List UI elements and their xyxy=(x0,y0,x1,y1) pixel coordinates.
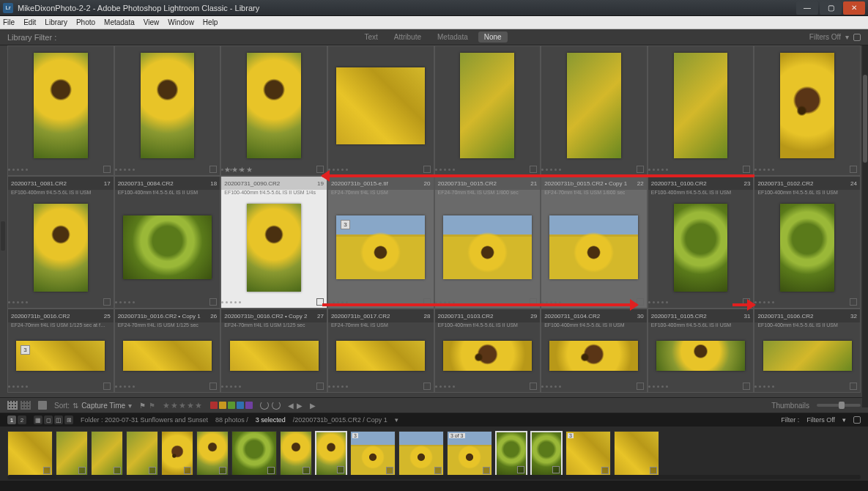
rating-stars[interactable]: ★★★★★ xyxy=(163,401,203,410)
cell-attributes[interactable] xyxy=(8,382,114,392)
grid-view[interactable]: ★★★★ 20200731_0081.CR217EF100-400mm f/4.… xyxy=(0,45,868,397)
menu-photo[interactable]: Photo xyxy=(76,18,95,26)
filmstrip-stack-badge[interactable]: 3 of 3 xyxy=(449,433,465,438)
filmstrip-thumbnail[interactable] xyxy=(56,431,88,476)
filmstrip-thumbnail[interactable] xyxy=(495,431,527,476)
grid-cell[interactable]: 20200731_0103.CR229EF100-400mm f/4.5-5.6… xyxy=(434,309,541,393)
grid-cell[interactable] xyxy=(541,45,648,176)
menu-view[interactable]: View xyxy=(144,18,160,26)
rotate-left-icon[interactable] xyxy=(260,401,269,410)
filmstrip-thumbnail[interactable] xyxy=(126,431,158,476)
loupe-mode-icon[interactable]: ◻ xyxy=(44,416,53,424)
grid-cell[interactable]: 20200731_0102.CR224EF100-400mm f/4.5-5.6… xyxy=(754,176,861,309)
menu-file[interactable]: File xyxy=(3,18,15,26)
display-2-button[interactable]: 2 xyxy=(18,416,26,424)
grid-cell[interactable]: 20200731b_0017.CR228EF24-70mm f/4L IS US… xyxy=(327,309,434,393)
stack-badge[interactable]: 3 xyxy=(341,220,349,229)
filmstrip-lock-icon[interactable] xyxy=(853,416,861,424)
thumbnail[interactable] xyxy=(336,341,425,371)
thumbnail[interactable] xyxy=(763,341,852,371)
display-1-button[interactable]: 1 xyxy=(7,416,16,424)
cell-attributes[interactable] xyxy=(435,382,541,392)
color-chip-0[interactable] xyxy=(210,402,218,409)
sort-dropdown[interactable]: Capture Time xyxy=(81,402,125,410)
rotate-right-icon[interactable] xyxy=(272,401,281,410)
grid-cell[interactable] xyxy=(327,45,434,176)
grid-cell[interactable]: 20200731_0084.CR218EF100-400mm f/4.5-5.6… xyxy=(114,176,221,309)
menu-library[interactable]: Library xyxy=(45,18,67,26)
grid-cell[interactable] xyxy=(7,45,114,176)
color-chip-4[interactable] xyxy=(245,402,253,409)
scrollbar-thumb[interactable] xyxy=(863,75,867,163)
thumbnail-size-slider[interactable] xyxy=(817,404,861,407)
cell-attributes[interactable] xyxy=(648,165,754,175)
grid-cell[interactable]: 20200731_0104.CR230EF100-400mm f/4.5-5.6… xyxy=(541,309,648,393)
flag-reject-icon[interactable]: ⚑ xyxy=(149,402,155,410)
cell-attributes[interactable] xyxy=(648,382,754,392)
grid-cell[interactable] xyxy=(434,45,541,176)
color-chip-1[interactable] xyxy=(219,402,226,409)
grid-cell[interactable]: 20200731_0106.CR232EF100-400mm f/4.5-5.6… xyxy=(754,309,861,393)
cell-attributes[interactable] xyxy=(115,382,220,392)
cell-attributes[interactable] xyxy=(221,382,327,392)
cell-attributes[interactable] xyxy=(541,382,647,392)
grid-cell[interactable]: ★★★★ xyxy=(220,45,327,176)
grid-cell[interactable]: 20200731b_0016.CR2 • Copy 126EF24-70mm f… xyxy=(114,309,221,393)
filmstrip-thumbnail[interactable] xyxy=(280,431,312,476)
color-chip-3[interactable] xyxy=(237,402,244,409)
thumbnail[interactable] xyxy=(247,204,301,292)
breadcrumb-dropdown-icon[interactable]: ▾ xyxy=(395,416,398,424)
thumbnail[interactable]: 3 xyxy=(16,341,105,371)
filters-off-label[interactable]: Filters Off xyxy=(809,33,841,41)
loupe-view-icon[interactable] xyxy=(21,401,31,410)
cell-attributes[interactable] xyxy=(221,298,327,308)
filter-tab-attribute[interactable]: Attribute xyxy=(388,32,427,43)
grid-cell[interactable] xyxy=(114,45,221,176)
cell-attributes[interactable] xyxy=(754,382,860,392)
dropdown-icon[interactable]: ▾ xyxy=(128,402,132,410)
filmstrip-thumbnail[interactable] xyxy=(196,431,229,476)
cell-attributes[interactable] xyxy=(435,165,541,175)
source-path[interactable]: Folder : 2020-07-31 Sunflowers and Sunse… xyxy=(81,416,208,424)
thumbnail[interactable] xyxy=(123,341,212,371)
color-chip-2[interactable] xyxy=(228,402,235,409)
filter-tab-text[interactable]: Text xyxy=(358,32,383,43)
grid-cell[interactable]: 20200731_0105.CR231EF100-400mm f/4.5-5.6… xyxy=(648,309,754,393)
cell-attributes[interactable] xyxy=(8,298,114,308)
filmstrip-scrollbar[interactable] xyxy=(7,476,300,479)
grid-cell[interactable] xyxy=(754,45,861,176)
thumbnail[interactable] xyxy=(443,341,532,371)
thumbnail[interactable]: 3 xyxy=(336,215,425,280)
thumbnail[interactable] xyxy=(549,215,638,280)
survey-mode-icon[interactable]: ⊞ xyxy=(64,416,73,424)
slideshow-icon[interactable]: ▶ xyxy=(310,402,316,410)
thumbnail[interactable] xyxy=(780,204,834,292)
thumbnail[interactable] xyxy=(34,204,88,292)
grid-cell[interactable]: 20200731b_0016.CR2 • Copy 227EF24-70mm f… xyxy=(220,309,327,393)
cell-attributes[interactable] xyxy=(115,298,220,308)
thumbnail[interactable] xyxy=(674,53,728,158)
cell-attributes[interactable] xyxy=(754,298,860,308)
grid-cell[interactable]: 20200731b_0015.CR2 • Copy 122EF24-70mm f… xyxy=(541,176,648,309)
thumbnail[interactable] xyxy=(549,341,638,371)
menu-edit[interactable]: Edit xyxy=(23,18,36,26)
filter-tab-none[interactable]: None xyxy=(478,32,508,43)
filmstrip-stack-badge[interactable]: 3 xyxy=(568,433,574,438)
filmstrip-thumbnail[interactable] xyxy=(7,431,53,476)
grid-cell[interactable]: 20200731b_0016.CR225EF24-70mm f/4L IS US… xyxy=(7,309,114,393)
filmstrip[interactable]: 33 of 33 xyxy=(0,427,868,481)
thumbnail[interactable] xyxy=(674,204,728,292)
sort-direction-icon[interactable]: ⇅ xyxy=(73,402,78,410)
nav-next-icon[interactable]: ▶ xyxy=(297,402,303,410)
filmstrip-thumbnail[interactable] xyxy=(161,431,193,476)
filmstrip-thumbnail[interactable] xyxy=(614,431,659,476)
cell-attributes[interactable] xyxy=(328,382,434,392)
compare-mode-icon[interactable]: ◫ xyxy=(54,416,63,424)
filmstrip-thumbnail[interactable] xyxy=(231,431,277,476)
thumbnail[interactable] xyxy=(567,53,621,158)
cell-attributes[interactable] xyxy=(115,165,220,175)
lock-icon[interactable] xyxy=(853,34,861,41)
thumbnail[interactable] xyxy=(460,53,514,158)
menu-metadata[interactable]: Metadata xyxy=(104,18,135,26)
vertical-scrollbar[interactable] xyxy=(862,45,868,407)
